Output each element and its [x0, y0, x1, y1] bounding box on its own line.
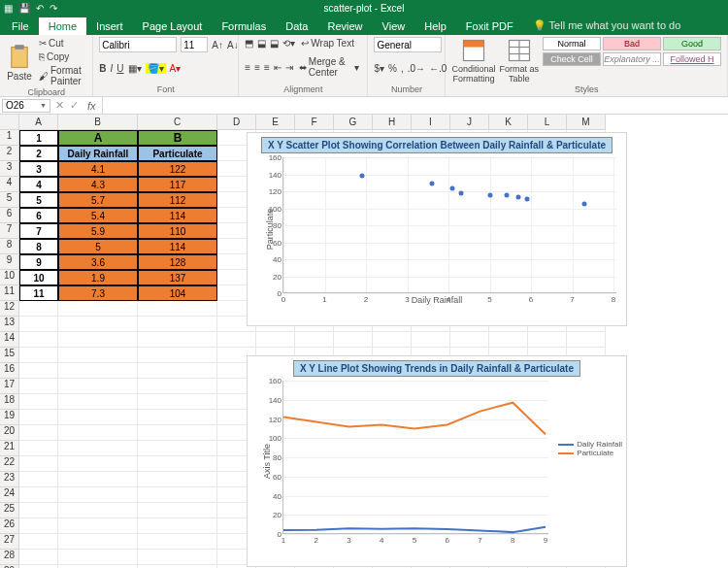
tab-tell-me[interactable]: 💡 Tell me what you want to do [523, 17, 691, 35]
cell-grid[interactable]: 1234567891011ABDaily RainfallParticulate… [19, 130, 699, 568]
cell-style-followed[interactable]: Followed H [663, 52, 721, 66]
cell[interactable]: 122 [138, 161, 217, 177]
row-header-11[interactable]: 11 [0, 285, 19, 301]
cell[interactable] [58, 410, 138, 425]
cell[interactable]: 7 [19, 223, 58, 239]
paste-button[interactable]: Paste [6, 44, 33, 82]
enter-icon[interactable]: ✓ [67, 99, 82, 112]
dec-decimal-icon[interactable]: ←.0 [429, 63, 447, 74]
row-header-6[interactable]: 6 [0, 208, 19, 223]
cell[interactable]: 104 [138, 285, 217, 301]
row-header-19[interactable]: 19 [0, 410, 19, 425]
save-icon[interactable]: 💾 [18, 3, 30, 14]
cell[interactable]: 9 [19, 254, 58, 270]
align-right-icon[interactable]: ≡ [264, 62, 270, 73]
wrap-text-button[interactable]: ↩ Wrap Text [299, 37, 356, 50]
cell[interactable] [19, 410, 58, 425]
cell[interactable]: 1 [19, 130, 58, 146]
line-chart[interactable]: X Y Line Plot Showing Trends in Daily Ra… [247, 355, 627, 567]
formula-input[interactable] [102, 97, 728, 114]
cell[interactable]: 4.3 [58, 177, 138, 192]
cell[interactable] [138, 301, 217, 317]
cell[interactable] [58, 487, 138, 503]
cell[interactable] [138, 425, 217, 441]
col-header-K[interactable]: K [489, 115, 528, 130]
cell[interactable] [58, 394, 138, 410]
row-header-8[interactable]: 8 [0, 239, 19, 254]
row-header-25[interactable]: 25 [0, 503, 19, 518]
row-header-26[interactable]: 26 [0, 518, 19, 534]
cell[interactable]: Daily Rainfall [58, 146, 138, 161]
cell[interactable]: 117 [138, 177, 217, 192]
percent-icon[interactable]: % [388, 63, 397, 74]
row-header-18[interactable]: 18 [0, 394, 19, 410]
cell[interactable] [58, 550, 138, 565]
cell[interactable] [373, 332, 412, 348]
cell[interactable] [19, 363, 58, 379]
cell[interactable]: 10 [19, 270, 58, 285]
align-middle-icon[interactable]: ⬓ [257, 38, 266, 49]
border-button[interactable]: ▦▾ [128, 63, 142, 74]
fx-icon[interactable]: fx [82, 100, 102, 112]
tab-help[interactable]: Help [414, 17, 456, 35]
italic-button[interactable]: I [111, 63, 114, 74]
cell-style-explanatory[interactable]: Explanatory ... [603, 52, 661, 66]
cell[interactable] [138, 441, 217, 456]
cell[interactable] [19, 301, 58, 317]
row-header-22[interactable]: 22 [0, 456, 19, 472]
cell[interactable]: 110 [138, 223, 217, 239]
tab-foxit[interactable]: Foxit PDF [456, 17, 523, 35]
format-as-table-button[interactable]: Format as Table [499, 37, 539, 84]
comma-icon[interactable]: , [401, 63, 404, 74]
cell[interactable] [217, 332, 256, 348]
col-header-M[interactable]: M [567, 115, 606, 130]
cell[interactable] [138, 379, 217, 394]
row-header-9[interactable]: 9 [0, 254, 19, 270]
cell[interactable] [528, 332, 567, 348]
row-header-17[interactable]: 17 [0, 379, 19, 394]
tab-insert[interactable]: Insert [86, 17, 133, 35]
cell[interactable] [138, 348, 217, 363]
cell[interactable] [19, 472, 58, 487]
row-header-13[interactable]: 13 [0, 317, 19, 332]
tab-home[interactable]: Home [39, 17, 86, 35]
cell-style-normal[interactable]: Normal [543, 37, 601, 50]
cell[interactable]: 114 [138, 239, 217, 254]
cell[interactable] [58, 534, 138, 550]
align-bottom-icon[interactable]: ⬓ [270, 38, 279, 49]
copy-button[interactable]: ⎘ Copy [37, 50, 86, 63]
cell[interactable]: 3.6 [58, 254, 138, 270]
shrink-font-icon[interactable]: A↓ [227, 40, 239, 50]
conditional-formatting-button[interactable]: Conditional Formatting [451, 37, 495, 84]
cell[interactable]: 4.1 [58, 161, 138, 177]
row-header-23[interactable]: 23 [0, 472, 19, 487]
row-header-14[interactable]: 14 [0, 332, 19, 348]
cell[interactable] [19, 534, 58, 550]
cell[interactable] [58, 503, 138, 518]
cell[interactable] [19, 394, 58, 410]
tab-page-layout[interactable]: Page Layout [133, 17, 213, 35]
cell[interactable] [138, 394, 217, 410]
inc-decimal-icon[interactable]: .0→ [408, 63, 425, 74]
cell[interactable]: 5.4 [58, 208, 138, 223]
row-header-1[interactable]: 1 [0, 130, 19, 146]
font-size-combo[interactable] [181, 37, 208, 52]
align-top-icon[interactable]: ⬒ [245, 38, 253, 49]
col-header-H[interactable]: H [373, 115, 412, 130]
row-header-16[interactable]: 16 [0, 363, 19, 379]
cell[interactable] [58, 348, 138, 363]
undo-icon[interactable]: ↶ [36, 3, 44, 14]
col-header-D[interactable]: D [217, 115, 256, 130]
align-left-icon[interactable]: ≡ [245, 62, 250, 73]
format-painter-button[interactable]: 🖌 Format Painter [37, 64, 86, 87]
cell[interactable] [256, 332, 295, 348]
cell[interactable]: 6 [19, 208, 58, 223]
cell[interactable] [138, 550, 217, 565]
cell[interactable]: 5 [19, 192, 58, 208]
cell[interactable]: 2 [19, 146, 58, 161]
cell[interactable] [58, 332, 138, 348]
cell[interactable] [567, 332, 606, 348]
currency-icon[interactable]: $▾ [374, 63, 384, 74]
cell[interactable] [58, 425, 138, 441]
indent-dec-icon[interactable]: ⇤ [274, 62, 281, 73]
